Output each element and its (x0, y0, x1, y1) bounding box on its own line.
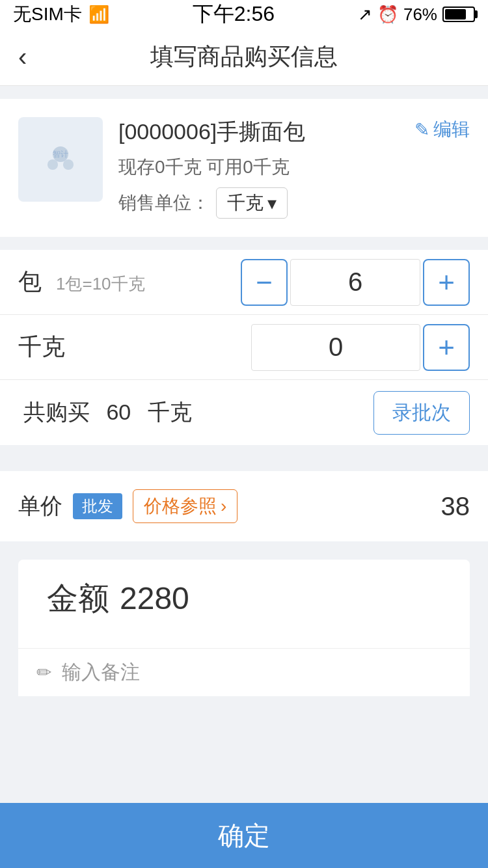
carrier-text: 无SIM卡 (13, 2, 82, 27)
bag-qty-value[interactable]: 6 (290, 259, 420, 306)
price-ref-chevron-icon: › (221, 496, 226, 517)
status-bar: 无SIM卡 📶 下午2:56 ↗ ⏰ 76% (0, 0, 488, 29)
gps-icon: ↗ (358, 5, 372, 25)
divider-1 (0, 237, 488, 250)
batch-button[interactable]: 录批次 (373, 391, 470, 435)
status-time: 下午2:56 (193, 0, 275, 29)
back-icon: ‹ (18, 42, 27, 72)
product-card: 智计 [0000006]手撕面包 现存0千克 可用0千克 销售单位： 千克 ▾ … (0, 99, 488, 237)
product-stock: 现存0千克 可用0千克 (118, 155, 470, 180)
bag-input-row: 包 1包=10千克 − 6 + (0, 250, 488, 315)
confirm-button[interactable]: 确定 (0, 803, 488, 868)
wifi-icon: 📶 (88, 5, 109, 25)
unit-label: 销售单位： (118, 191, 210, 215)
total-row: 共购买 60 千克 录批次 (0, 380, 488, 445)
price-ref-label: 价格参照 (144, 494, 217, 519)
product-thumbnail: 智计 (18, 117, 103, 202)
amount-label: 金额2280 (36, 578, 452, 619)
product-unit-row: 销售单位： 千克 ▾ (118, 187, 470, 219)
edit-label: 编辑 (433, 117, 470, 142)
price-section: 单价 批发 价格参照 › 38 (0, 471, 488, 541)
total-text: 共购买 60 千克 (18, 398, 373, 427)
status-right: ↗ ⏰ 76% (358, 5, 475, 25)
remark-icon: ✏ (36, 662, 51, 683)
remark-placeholder: 输入备注 (62, 659, 140, 686)
status-left: 无SIM卡 📶 (13, 2, 109, 27)
kg-qty-value[interactable]: 0 (251, 324, 420, 371)
price-value: 38 (441, 492, 470, 521)
battery-icon (442, 7, 475, 22)
edit-icon: ✎ (414, 119, 429, 141)
battery-percent: 76% (403, 5, 437, 25)
kg-increment-button[interactable]: + (423, 324, 470, 371)
price-label: 单价 (18, 491, 62, 521)
amount-section: 金额2280 ✏ 输入备注 (0, 541, 488, 696)
kg-label: 千克 (18, 331, 251, 363)
svg-point-2 (63, 159, 74, 170)
bag-qty-control: − 6 + (241, 259, 470, 306)
total-value: 60 (106, 400, 131, 424)
page-title: 填写商品购买信息 (150, 41, 338, 73)
bag-increment-button[interactable]: + (423, 259, 470, 306)
bag-label: 包 1包=10千克 (18, 266, 241, 298)
edit-button[interactable]: ✎ 编辑 (414, 117, 470, 142)
divider-2 (0, 445, 488, 458)
total-suffix: 千克 (148, 400, 192, 424)
kg-qty-control: 0 + (251, 324, 470, 371)
kg-input-row: 千克 0 + (0, 315, 488, 380)
price-type-tag: 批发 (73, 493, 122, 519)
unit-select[interactable]: 千克 ▾ (216, 187, 288, 219)
unit-value: 千克 (227, 191, 264, 215)
svg-point-1 (47, 159, 58, 170)
amount-value: 2280 (120, 581, 189, 616)
bag-decrement-button[interactable]: − (241, 259, 288, 306)
back-button[interactable]: ‹ (18, 42, 27, 72)
remark-row[interactable]: ✏ 输入备注 (18, 648, 470, 696)
amount-row: 金额2280 (18, 560, 470, 648)
alarm-icon: ⏰ (377, 5, 398, 25)
product-logo-icon: 智计 (41, 140, 80, 179)
nav-bar: ‹ 填写商品购买信息 (0, 29, 488, 86)
unit-dropdown-icon: ▾ (267, 193, 277, 214)
svg-text:智计: 智计 (53, 150, 68, 159)
bag-hint: 1包=10千克 (56, 274, 145, 293)
price-reference-button[interactable]: 价格参照 › (133, 489, 237, 523)
total-prefix: 共购买 (23, 400, 90, 424)
